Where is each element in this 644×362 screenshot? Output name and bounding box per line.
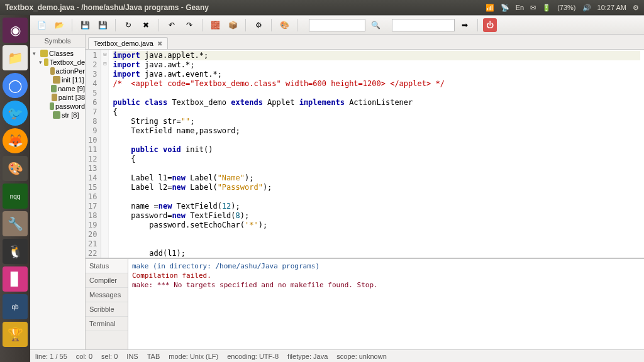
compile-icon[interactable]: 🧱	[208, 18, 223, 33]
tab-file[interactable]: Textbox_demo.java ✖	[88, 37, 168, 49]
language-indicator[interactable]: En	[516, 4, 524, 11]
build-icon[interactable]: 📦	[225, 18, 240, 33]
close-icon[interactable]: ✖	[138, 18, 153, 33]
bottom-tab-scribble[interactable]: Scribble	[86, 302, 128, 317]
separator	[72, 19, 72, 31]
separator	[477, 19, 478, 31]
tree-symbol[interactable]: password	[33, 102, 85, 111]
goto-icon[interactable]: ➡	[457, 18, 472, 33]
tree-symbol[interactable]: init [11]	[33, 75, 85, 84]
statusbar: line: 1 / 55 col: 0 sel: 0 INS TAB mode:…	[30, 349, 644, 362]
status-col: col: 0	[76, 353, 92, 360]
window-title: Textbox_demo.java - /home/ashu/Java prog…	[5, 3, 209, 12]
chromium-icon[interactable]: ◯	[3, 73, 28, 98]
tree-symbol[interactable]: actionPer	[33, 67, 85, 75]
save-all-icon[interactable]: 💾	[95, 18, 110, 33]
tree-symbol[interactable]: name [9]	[33, 84, 85, 93]
geany-window: 📄 📂 💾 💾 ↻ ✖ ↶ ↷ 🧱 📦 ⚙ 🎨 🔍 ➡ ⏻ Symbols ▾C…	[30, 15, 644, 362]
bottom-tab-messages[interactable]: Messages	[86, 288, 128, 302]
twitter-icon[interactable]: 🐦	[3, 101, 28, 126]
run-icon[interactable]: ⚙	[251, 18, 266, 33]
status-scope: scope: unknown	[336, 353, 387, 360]
redo-icon[interactable]: ↷	[182, 18, 197, 33]
status-tab: TAB	[147, 353, 160, 360]
tab-close-icon[interactable]: ✖	[157, 40, 162, 47]
recorder-icon[interactable]: ▊	[3, 266, 28, 292]
code-editor[interactable]: 1234567891011121314151617181920212223242…	[86, 50, 644, 258]
undo-icon[interactable]: ↶	[164, 18, 179, 33]
editor-area: Textbox_demo.java ✖ 12345678910111213141…	[86, 35, 644, 349]
status-sel: sel: 0	[101, 353, 118, 360]
tab-label: Textbox_demo.java	[94, 40, 153, 47]
save-icon[interactable]: 💾	[77, 18, 92, 33]
separator	[158, 19, 159, 31]
bottom-tab-status[interactable]: Status	[86, 259, 128, 273]
status-filetype: filetype: Java	[287, 353, 328, 360]
dash-icon[interactable]: ◉	[3, 18, 28, 43]
compiler-output[interactable]: make (in directory: /home/ashu/Java prog…	[128, 259, 644, 349]
files-icon[interactable]: 📁	[3, 45, 28, 70]
search-input[interactable]	[309, 19, 365, 31]
separator	[202, 19, 203, 31]
compiler-message: Compilation failed.	[132, 271, 640, 280]
compiler-message: make: *** No targets specified and no ma…	[132, 280, 640, 290]
toolbar: 📄 📂 💾 💾 ↻ ✖ ↶ ↷ 🧱 📦 ⚙ 🎨 🔍 ➡ ⏻	[30, 16, 644, 35]
open-file-icon[interactable]: 📂	[52, 18, 67, 33]
bottom-panel: StatusCompilerMessagesScribbleTerminal m…	[86, 258, 644, 349]
tree-file[interactable]: ▾Textbox_de	[33, 58, 85, 67]
symbol-tree: ▾Classes ▾Textbox_de actionPerinit [11]n…	[30, 48, 85, 121]
bottom-tab-terminal[interactable]: Terminal	[86, 317, 128, 331]
gimp-icon[interactable]: 🎨	[3, 156, 28, 181]
bottom-tab-compiler[interactable]: Compiler	[86, 273, 128, 288]
nqq-icon[interactable]: nqq	[3, 184, 28, 209]
bottom-tabs: StatusCompilerMessagesScribbleTerminal	[86, 259, 128, 349]
mail-icon[interactable]: ✉	[530, 4, 536, 12]
reload-icon[interactable]: ↻	[121, 18, 136, 33]
color-icon[interactable]: 🎨	[277, 18, 292, 33]
battery-percent: (73%)	[557, 4, 575, 11]
status-line: line: 1 / 55	[35, 353, 67, 360]
tree-symbol[interactable]: paint [38	[33, 93, 85, 102]
firefox-icon[interactable]: 🦊	[3, 128, 28, 153]
separator	[297, 19, 297, 31]
separator	[245, 19, 246, 31]
battery-icon[interactable]: 🔋	[542, 4, 551, 12]
gear-icon[interactable]: ⚙	[633, 4, 639, 12]
editor-tabs: Textbox_demo.java ✖	[86, 35, 644, 50]
status-ins: INS	[126, 353, 138, 360]
symbols-sidebar: Symbols ▾Classes ▾Textbox_de actionPerin…	[30, 35, 86, 349]
system-menubar: Textbox_demo.java - /home/ashu/Java prog…	[0, 0, 644, 15]
separator	[271, 19, 272, 31]
tree-classes[interactable]: ▾Classes	[33, 49, 85, 58]
search-icon[interactable]: 🔍	[368, 18, 383, 33]
clock[interactable]: 10:27 AM	[597, 4, 626, 11]
new-file-icon[interactable]: 📄	[34, 18, 49, 33]
tree-symbol[interactable]: str [8]	[33, 111, 85, 119]
qbittorrent-icon[interactable]: qb	[3, 294, 28, 319]
terminal-icon[interactable]: 🐧	[3, 239, 28, 264]
sidebar-title[interactable]: Symbols	[30, 35, 85, 48]
tools-icon[interactable]: 🔧	[3, 211, 28, 236]
status-enc: encoding: UTF-8	[227, 353, 279, 360]
network-icon[interactable]: 📶	[486, 4, 494, 12]
wifi-icon[interactable]: 📡	[501, 4, 509, 12]
unity-launcher: ◉ 📁 ◯ 🐦 🦊 🎨 nqq 🔧 🐧 ▊ qb 🏆	[0, 15, 30, 362]
status-mode: mode: Unix (LF)	[169, 353, 218, 360]
quit-icon[interactable]: ⏻	[483, 18, 497, 32]
compiler-message: make (in directory: /home/ashu/Java prog…	[132, 261, 640, 271]
volume-icon[interactable]: 🔊	[582, 4, 591, 12]
goto-input[interactable]	[392, 19, 455, 31]
separator	[115, 19, 116, 31]
trophy-icon[interactable]: 🏆	[3, 322, 28, 347]
